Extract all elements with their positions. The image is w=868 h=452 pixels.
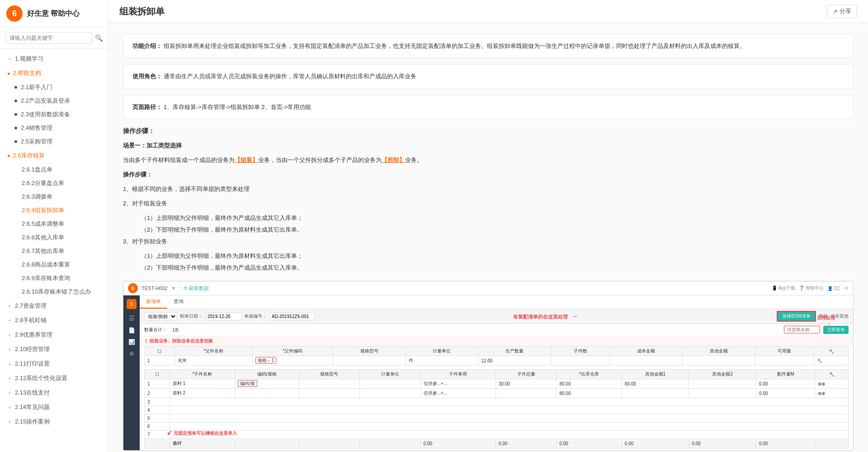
sidebar-item-stocktake[interactable]: 2.6.1盘点单 bbox=[0, 163, 108, 176]
expand-icon-custom: ＋ bbox=[7, 375, 12, 382]
app-toolbar-date-label: 制单日期： bbox=[180, 313, 203, 319]
dot-newcomer bbox=[14, 86, 17, 89]
table-row: 3 bbox=[145, 398, 849, 406]
app-refresh-btn[interactable]: ⟳ 刷新数据 bbox=[184, 285, 209, 292]
op-steps-title: 操作步骤： bbox=[123, 169, 854, 181]
parent-code-highlighted: 规格←1 bbox=[255, 357, 276, 364]
op-steps-label: 操作步骤： bbox=[123, 171, 152, 178]
app-lower-table-container: ↙ 无固定清单可以继续在这里录入 ☐ *子件名称 编码/规格 规格型号 bbox=[140, 367, 853, 450]
sidebar-item-data[interactable]: 2.3使用前数据准备 bbox=[0, 108, 108, 121]
step3-sub1: （1）上部明细为父件明细，最终作为原材料生成其它出库单； bbox=[141, 250, 854, 262]
sidebar-item-purchase[interactable]: 2.5采购管理 bbox=[0, 135, 108, 148]
tfoot-c4 bbox=[360, 439, 420, 448]
app-tab-query[interactable]: 查询 bbox=[167, 295, 190, 309]
lth-sub-name: *子件名称 bbox=[170, 370, 235, 379]
ltd-code-1: 编码/规 bbox=[235, 379, 299, 389]
app-tab-new[interactable]: 新增单 bbox=[140, 295, 167, 309]
sidebar-item-faq[interactable]: ＋ 2.14常见问题 bbox=[0, 400, 108, 414]
app-process-input[interactable] bbox=[784, 326, 820, 333]
app-sidebar-doc-icon: 📄 bbox=[128, 327, 135, 333]
ltd-empty-5 bbox=[170, 414, 848, 423]
label-install: 2.2产品安装及登录 bbox=[21, 97, 70, 105]
scenario-desc-text: 当由多个子件材料组装成一个成品的业务为【组装】业务，当由一个父件拆分成多个子产品… bbox=[123, 157, 423, 163]
sidebar-item-stockerror[interactable]: 2.6.10库存账本错了怎么办 bbox=[0, 285, 108, 299]
sidebar-item-cases[interactable]: ＋ 2.15操作案例 bbox=[0, 414, 108, 429]
app-code-input[interactable] bbox=[269, 313, 315, 320]
th-ops: 🔧 bbox=[814, 347, 849, 356]
upper-table-header-row: ☐ *父件名称 *父件编码 规格型号 计量单位 生产数量 子件数 成本金额 其他 bbox=[145, 347, 849, 356]
ltd-check-1: 1 bbox=[145, 379, 170, 389]
sidebar-item-assembly[interactable]: 2.6.4组装拆卸单 bbox=[0, 204, 108, 217]
th-cost: 成本金额 bbox=[610, 347, 683, 356]
ltd-wh-1: 80.00 bbox=[557, 379, 622, 389]
sidebar-item-adjust[interactable]: 2.6.3调拨单 bbox=[0, 190, 108, 204]
content-area: 功能介绍： 组装拆卸单用来处理企业组装或拆卸等加工业务，支持有固定装配清单的产品… bbox=[108, 23, 868, 452]
sidebar-item-video[interactable]: ＋ 1.视频学习 bbox=[0, 52, 108, 66]
sidebar-item-splitstock[interactable]: 2.6.2分量盘点单 bbox=[0, 176, 108, 190]
search-input[interactable] bbox=[5, 32, 92, 44]
label-stockerror: 2.6.10库存账本错了怎么办 bbox=[22, 288, 91, 296]
ltd-empty-4 bbox=[170, 406, 848, 414]
nav-list: ＋ 1.视频学习 ● 2.帮助文档 2.1新手入门 2.2产品安装及登录 2.3… bbox=[0, 49, 108, 452]
search-button[interactable]: 🔍 bbox=[95, 34, 103, 42]
sidebar-item-finance[interactable]: ＋ 2.7资金管理 bbox=[0, 299, 108, 313]
sidebar-item-print[interactable]: ＋ 2.11打印设置 bbox=[0, 357, 108, 371]
label-coupon: 2.9优惠券管理 bbox=[15, 331, 52, 339]
label-cases: 2.15操作案例 bbox=[15, 418, 50, 426]
dot-install bbox=[14, 100, 17, 102]
sidebar-item-video-label: 1.视频学习 bbox=[15, 55, 43, 63]
app-upper-table: ☐ *父件名称 *父件编码 规格型号 计量单位 生产数量 子件数 成本金额 其他 bbox=[144, 346, 849, 366]
share-button[interactable]: ↗ 分享 bbox=[827, 5, 857, 18]
tfoot-ops bbox=[815, 439, 849, 448]
sidebar-item-stockcheck[interactable]: 2.6.9库存账本查询 bbox=[0, 271, 108, 285]
app-date-input[interactable] bbox=[205, 313, 241, 320]
ltd-cost2-2 bbox=[689, 389, 756, 398]
app-body: 6 ☰ 📄 📊 ⚙ 新增单 查询 bbox=[123, 295, 853, 450]
label-stocktake: 2.6.1盘点单 bbox=[22, 166, 52, 174]
sidebar-item-inventory[interactable]: ● 2.6库存核算 bbox=[0, 148, 108, 163]
ltd-qty-1: 0.00 bbox=[756, 379, 815, 389]
sidebar-item-mobile[interactable]: ＋ 2.8手机旺铺 bbox=[0, 313, 108, 328]
app-icon-sidebar: 6 ☰ 📄 📊 ⚙ bbox=[123, 295, 140, 450]
app-bom-btn[interactable]: 选择BOM清单 bbox=[777, 311, 816, 322]
app-close-icon[interactable]: ✕ bbox=[844, 285, 849, 291]
sidebar-item-custom[interactable]: ＋ 2.12系统个性化设置 bbox=[0, 371, 108, 385]
steps-title: 操作步骤： bbox=[123, 127, 854, 135]
arrow-down-no-bom: ↙ bbox=[167, 429, 172, 436]
label-costadj: 2.6.5成本调整单 bbox=[22, 220, 64, 228]
sidebar-item-goodscost[interactable]: 2.6.8商品成本重算 bbox=[0, 258, 108, 271]
lower-table-body: 1 原料 1 编码/规 仅供参...+... 30.00 bbox=[145, 379, 849, 439]
path-label: 页面路径： bbox=[132, 104, 162, 110]
app-process-area: 启用处理 ↓ 立即发布 bbox=[784, 326, 849, 334]
sidebar-item-onlinepay[interactable]: ＋ 2.13在线支付 bbox=[0, 385, 108, 400]
sidebar-item-otheroutstock[interactable]: 2.6.7其他出库单 bbox=[0, 244, 108, 258]
tfoot-sum4: 0.00 bbox=[622, 439, 689, 448]
sidebar-item-newcomer[interactable]: 2.1新手入门 bbox=[0, 81, 108, 94]
upper-table-body: 1 光米 规格←1 件 12.00 bbox=[145, 356, 849, 366]
ltd-unit-2 bbox=[360, 389, 420, 398]
td-other-cost-1 bbox=[683, 356, 755, 366]
dot-purchase bbox=[14, 140, 17, 143]
ltd-check-7: 7 bbox=[145, 431, 170, 439]
td-check-1: 1 bbox=[145, 356, 175, 366]
role-label: 使用角色： bbox=[132, 73, 162, 80]
func-intro-block: 功能介绍： 组装拆卸单用来处理企业组装或拆卸等加工业务，支持有固定装配清单的产品… bbox=[123, 34, 854, 58]
tfoot-sum3: 0.00 bbox=[557, 439, 622, 448]
sidebar-item-costadj[interactable]: 2.6.5成本调整单 bbox=[0, 217, 108, 231]
app-topbar-user: 👤 CC bbox=[827, 286, 840, 291]
sidebar-item-coupon[interactable]: ＋ 2.9优惠券管理 bbox=[0, 328, 108, 342]
tfoot-sum5: 0.00 bbox=[689, 439, 756, 448]
sidebar-item-sales[interactable]: 2.4销售管理 bbox=[0, 121, 108, 135]
sidebar-item-otherinstock[interactable]: 2.6.6其他入库单 bbox=[0, 231, 108, 244]
step2-subs: （1）上部明细为父件明细，最终作为产成品生成其它入库单； （2）下部明细为子件明… bbox=[141, 212, 854, 236]
sidebar-item-docs[interactable]: ● 2.帮助文档 bbox=[0, 66, 108, 81]
td-parent-code-1: 规格←1 bbox=[253, 356, 333, 366]
scenario-title: 场景一：加工类型选择 bbox=[123, 140, 854, 152]
ltd-empty-3 bbox=[170, 398, 848, 406]
app-type-select[interactable]: 组装/拆卸 bbox=[144, 312, 177, 321]
sidebar-item-install[interactable]: 2.2产品安装及登录 bbox=[0, 94, 108, 108]
expand-icon-cases: ＋ bbox=[7, 419, 12, 425]
step3-sub2: （2）下部明细为子件明细，最终作为产成品生成其它入库单。 bbox=[141, 262, 854, 274]
sidebar-item-operation[interactable]: ＋ 2.10经营管理 bbox=[0, 342, 108, 357]
tfoot-total-label: 合计 bbox=[170, 439, 235, 448]
